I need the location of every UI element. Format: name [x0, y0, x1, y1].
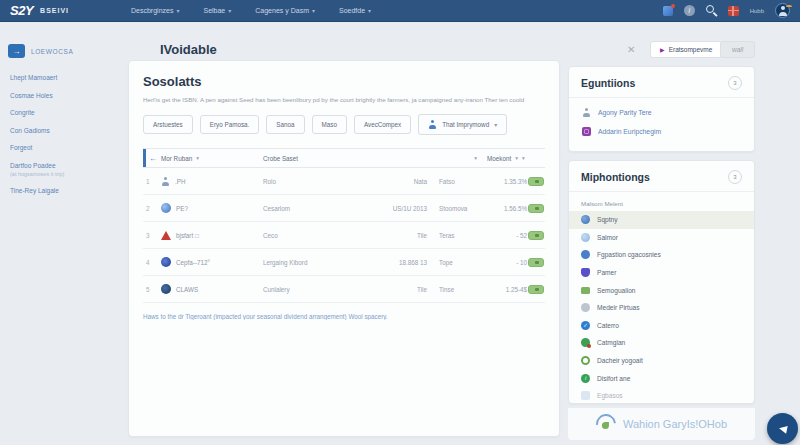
row-cell: Nata — [353, 178, 427, 185]
secondary-button[interactable]: wall — [720, 41, 755, 58]
footer-logo-icon — [592, 410, 620, 438]
filter-button-4[interactable]: AvecCompex — [354, 115, 411, 134]
list-item[interactable]: Pamer — [569, 264, 754, 282]
row-cell: Ceco — [263, 232, 353, 239]
sidebar-item-3[interactable]: Con Gadioms — [10, 127, 122, 134]
row-cell: US/1U 2013 — [353, 205, 427, 212]
nav-item-1[interactable]: Selbae▾ — [203, 7, 231, 14]
chevron-down-icon: ▾ — [196, 155, 199, 161]
arrow-right-icon: → — [13, 47, 21, 56]
list-item[interactable]: Semogualion — [569, 281, 754, 299]
back-button[interactable]: → — [8, 44, 25, 58]
status-badge[interactable] — [528, 285, 544, 294]
app-window: S2Y BSEIVI Descbrginzes▾ Selbae▾ Cagenes… — [0, 0, 800, 445]
card-icon — [581, 287, 590, 294]
sidebar-item-4[interactable]: Forgeot — [10, 144, 122, 151]
user-avatar[interactable] — [775, 3, 790, 18]
row-cell: Fatso — [427, 178, 487, 185]
gear-icon — [581, 303, 590, 312]
shield-icon — [581, 268, 590, 277]
status-badge[interactable] — [528, 258, 544, 267]
assignee-dropdown[interactable]: That Imprymowd ▾ — [418, 114, 507, 135]
globe-blue-icon — [161, 203, 171, 213]
footer-watermark: Wahion GaryIs!OHob — [568, 408, 755, 440]
sidebar-item-1[interactable]: Cosmae Holes — [10, 92, 122, 99]
ring-icon — [581, 356, 590, 365]
filter-button-1[interactable]: Eryo Pamosa. — [200, 115, 260, 134]
module-icon — [582, 127, 591, 136]
nav-item-2[interactable]: Cagenes y Dasm▾ — [255, 7, 315, 14]
row-value: 1.35.3% — [487, 178, 527, 185]
column-header-name[interactable]: Mor Ruban▾ — [161, 155, 263, 162]
row-cell: Cunlalery — [263, 286, 353, 293]
panel-title: Eguntiions — [581, 77, 635, 89]
drop-icon — [581, 250, 590, 259]
top-navbar: S2Y BSEIVI Descbrginzes▾ Selbae▾ Cagenes… — [0, 0, 800, 22]
list-item[interactable]: Sqptny — [569, 211, 754, 229]
page-title: IVoidable — [160, 42, 217, 57]
filter-button-2[interactable]: Sanoa — [266, 115, 304, 134]
chevron-down-icon: ▾ — [176, 7, 179, 14]
list-item[interactable]: Salmor — [569, 229, 754, 247]
equation-link-1[interactable]: Addarin Euripchegim — [582, 127, 741, 136]
nav-item-0[interactable]: Descbrginzes▾ — [131, 7, 179, 14]
status-badge[interactable] — [528, 231, 544, 240]
row-cell: Tile — [353, 286, 427, 293]
row-number: 3 — [143, 232, 161, 239]
sidebar-item-2[interactable]: Congrite — [10, 109, 122, 116]
row-value: 1.25-4$ — [487, 286, 527, 293]
info-icon: i — [581, 374, 590, 383]
count-badge[interactable]: 3 — [728, 76, 742, 90]
row-cell: Rolo — [263, 178, 353, 185]
chevron-down-icon: ▾ — [312, 7, 315, 14]
column-header-status[interactable]: Moekont▾▾ — [487, 155, 545, 162]
list-item[interactable]: iDisifort ane — [569, 369, 754, 387]
left-arrow-icon[interactable]: ← — [143, 154, 161, 163]
count-badge[interactable]: 3 — [728, 170, 742, 184]
person-icon — [582, 108, 591, 117]
filter-button-0[interactable]: Arstuestes — [143, 115, 193, 134]
list-item[interactable]: Medeir Pirtuas — [569, 299, 754, 317]
table-row[interactable]: 5 CLAWS Cunlalery Tile Tinse 1.25-4$ — [143, 276, 545, 303]
sidebar-item-5[interactable]: Dartfoo Poadee — [10, 162, 122, 169]
globe-icon — [581, 233, 590, 242]
sidebar-item-6[interactable]: Tine-Rey Laigale — [10, 187, 122, 194]
sidebar-item-0[interactable]: Lhept Mamoaert — [10, 74, 122, 81]
column-header-details[interactable]: Crobe Saset▾ — [263, 155, 487, 162]
section-title: Sosolatts — [143, 74, 545, 89]
row-cell: Stoomova — [427, 205, 487, 212]
table-footnote-link[interactable]: Haws to the dr Tigeroant (impacted your … — [143, 313, 545, 320]
row-cell: Tile — [353, 232, 427, 239]
table-row[interactable]: 2 PE? Cesarlom US/1U 2013 Stoomova 1.56.… — [143, 195, 545, 222]
status-badge[interactable] — [528, 204, 544, 213]
table-row[interactable]: 4 Cepfa--712° Lergaing Kibord 18.868 13 … — [143, 249, 545, 276]
person-statue-icon — [161, 177, 170, 186]
search-icon[interactable] — [706, 5, 717, 16]
floating-action-button[interactable] — [767, 413, 798, 444]
row-name: Cepfa--712° — [176, 259, 210, 266]
row-name: CLAWS — [176, 286, 198, 293]
list-item[interactable]: Egbasos — [569, 387, 754, 404]
equation-link-0[interactable]: Agony Parity Tere — [582, 108, 741, 117]
filter-button-3[interactable]: Maso — [312, 115, 347, 134]
close-icon[interactable]: ✕ — [627, 44, 635, 55]
row-value: - 52 — [487, 232, 527, 239]
status-badge[interactable] — [528, 177, 544, 186]
gift-icon[interactable] — [728, 6, 739, 16]
apps-icon[interactable] — [663, 6, 673, 16]
list-item[interactable]: Catmglan — [569, 334, 754, 352]
globe-icon — [581, 215, 590, 224]
back-label[interactable]: Loewocsa — [31, 48, 73, 55]
table-row[interactable]: 3 bjsfart □ Ceco Tile Teras - 52 — [143, 222, 545, 249]
play-icon: ▶ — [660, 46, 665, 53]
row-value: - 10 — [487, 259, 527, 266]
table-row[interactable]: 1 .PH Rolo Nata Fatso 1.35.3% — [143, 168, 545, 195]
run-button[interactable]: ▶ Eratsompevme — [650, 41, 722, 58]
info-icon[interactable]: i — [684, 5, 695, 16]
row-cell: 18.868 13 — [353, 259, 427, 266]
nav-item-3[interactable]: Soedfde▾ — [339, 7, 371, 14]
main-panel: Sosolatts Herl'is get the ISBN. A pen ag… — [128, 60, 560, 437]
list-item[interactable]: ✓Caterro — [569, 317, 754, 335]
list-item[interactable]: Dacheir yogoait — [569, 352, 754, 370]
list-item[interactable]: Fgpastion cgacosnies — [569, 246, 754, 264]
